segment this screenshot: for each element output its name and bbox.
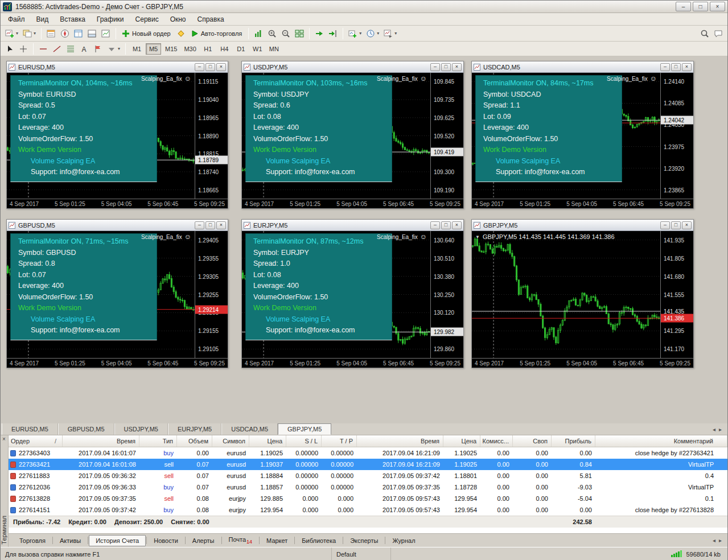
chart-close-button[interactable]: ×	[682, 221, 692, 229]
column-header-swap[interactable]: Своп	[513, 435, 552, 447]
tile-windows-button[interactable]	[293, 27, 306, 40]
chart-restore-button[interactable]: □	[205, 63, 215, 71]
autotrading-button[interactable]: Авто-торговля	[188, 27, 246, 40]
terminal-tab-exposure[interactable]: Активы	[54, 536, 87, 546]
zoom-out-button[interactable]	[279, 27, 293, 40]
scroll-right-icon[interactable]: ▸	[719, 426, 722, 433]
metaeditor-button[interactable]	[174, 27, 188, 40]
terminal-tab-account-history[interactable]: История Счета	[89, 535, 146, 546]
data-window-button[interactable]	[72, 27, 85, 40]
cursor-button[interactable]	[3, 43, 17, 55]
new-order-button[interactable]: Новый ордер	[119, 27, 174, 40]
auto-scroll-button[interactable]	[312, 27, 326, 40]
strategy-tester-button[interactable]	[99, 27, 113, 40]
table-row[interactable]: 2276141512017.09.05 09:37:42buy0.08eurjp…	[9, 504, 727, 516]
status-profile[interactable]: Default	[332, 547, 391, 560]
timeframe-m1[interactable]: M1	[129, 43, 145, 55]
search-button[interactable]	[698, 27, 711, 40]
menu-item-tools[interactable]: Сервис	[130, 14, 164, 25]
table-row[interactable]: 2273634212017.09.04 16:01:08sell0.07euru…	[9, 459, 727, 470]
column-header-time2[interactable]: Время	[357, 435, 443, 447]
chart-titlebar[interactable]: GBPJPY,M5–□×	[472, 220, 693, 231]
chart-minimize-button[interactable]: –	[430, 63, 440, 71]
timeframe-m15[interactable]: M15	[162, 43, 180, 55]
chart-close-button[interactable]: ×	[216, 63, 226, 71]
chart-restore-button[interactable]: □	[441, 221, 451, 229]
table-row[interactable]: 2276138282017.09.05 09:37:35sell0.08eurj…	[9, 493, 727, 504]
column-header-price[interactable]: Цена	[249, 435, 286, 447]
chart-close-button[interactable]: ×	[682, 63, 692, 71]
terminal-tab-market[interactable]: Маркет	[260, 536, 294, 546]
text-button[interactable]: A	[77, 43, 91, 55]
terminal-tab-alerts[interactable]: Алерты	[186, 536, 221, 546]
column-header-order[interactable]: Ордер/	[9, 435, 63, 447]
navigator-button[interactable]	[58, 27, 72, 40]
chart-minimize-button[interactable]: –	[660, 63, 670, 71]
periods-button[interactable]: ▾	[364, 27, 381, 40]
terminal-tab-mailbox[interactable]: Почта14	[223, 534, 259, 546]
chart-minimize-button[interactable]: –	[195, 63, 204, 71]
table-row[interactable]: 2273634032017.09.04 16:01:07buy0.00eurus…	[9, 447, 727, 459]
column-header-commission[interactable]: Комисс...	[480, 435, 513, 447]
timeframe-mn[interactable]: MN	[266, 43, 282, 55]
ea-badge[interactable]: Scalping_Ea_fix☺	[377, 233, 427, 241]
title-bar[interactable]: 1568885: Activtrades-Demo - Демо Счет - …	[1, 1, 727, 13]
menu-item-charts[interactable]: Графики	[91, 14, 130, 25]
column-header-volume[interactable]: Объем	[177, 435, 212, 447]
price-chart[interactable]	[472, 231, 660, 358]
terminal-tab-trade[interactable]: Торговля	[13, 536, 52, 546]
minimize-button[interactable]: –	[676, 2, 691, 11]
menu-item-insert[interactable]: Вставка	[54, 14, 91, 25]
chart-restore-button[interactable]: □	[441, 63, 451, 71]
crosshair-button[interactable]	[17, 43, 30, 55]
chart-titlebar[interactable]: USDJPY,M5–□×	[242, 61, 463, 73]
timeframe-m30[interactable]: M30	[181, 43, 199, 55]
market-watch-button[interactable]	[44, 27, 58, 40]
table-row[interactable]: 2276120362017.09.05 09:36:33buy0.07eurus…	[9, 481, 727, 493]
timeframe-h4[interactable]: H4	[217, 43, 232, 55]
chart-minimize-button[interactable]: –	[660, 221, 670, 229]
chart-tab-gbpusd[interactable]: GBPUSD,M5	[58, 423, 114, 435]
chart-restore-button[interactable]: □	[205, 221, 215, 229]
shapes-button[interactable]: ▾	[105, 43, 122, 55]
ea-badge[interactable]: Scalping_Ea_fix☺	[141, 233, 191, 241]
timeframe-w1[interactable]: W1	[250, 43, 265, 55]
chart-shift-button[interactable]	[326, 27, 340, 40]
chart-tab-gbpjpy[interactable]: GBPJPY,M5	[278, 423, 331, 435]
column-header-time[interactable]: Время	[63, 435, 139, 447]
timeframe-h1[interactable]: H1	[200, 43, 216, 55]
column-header-price2[interactable]: Цена	[443, 435, 480, 447]
hline-button[interactable]	[36, 43, 50, 55]
indicators-list-button[interactable]: ▾	[346, 27, 364, 40]
scroll-right-icon[interactable]: ▸	[719, 537, 722, 543]
column-header-profit[interactable]: Прибыль	[552, 435, 595, 447]
indicators-button[interactable]	[252, 27, 265, 40]
chart-titlebar[interactable]: EURUSD,M5–□×	[7, 61, 228, 73]
templates-button[interactable]: ▾	[381, 27, 399, 40]
chart-close-button[interactable]: ×	[452, 63, 462, 71]
chart-tab-eurusd[interactable]: EURUSD,M5	[2, 423, 58, 435]
terminal-tab-experts[interactable]: Эксперты	[344, 536, 384, 546]
timeframe-d1[interactable]: D1	[233, 43, 249, 55]
terminal-panel-button[interactable]	[85, 27, 99, 40]
restore-button[interactable]: □	[693, 2, 708, 11]
chart-close-button[interactable]: ×	[452, 221, 462, 229]
ea-badge[interactable]: Scalping_Ea_fix☺	[607, 75, 657, 83]
chart-restore-button[interactable]: □	[671, 221, 681, 229]
trendline-button[interactable]	[50, 43, 64, 55]
column-header-sl[interactable]: S / L	[286, 435, 322, 447]
chart-minimize-button[interactable]: –	[195, 221, 204, 229]
column-header-type[interactable]: Тип	[139, 435, 177, 447]
label-button[interactable]	[91, 43, 105, 55]
collapse-arrow-icon[interactable]: ▼	[475, 234, 480, 240]
column-header-tp[interactable]: T / P	[322, 435, 357, 447]
chat-button[interactable]	[711, 27, 725, 40]
table-row[interactable]: 2276118832017.09.05 09:36:32sell0.07euru…	[9, 470, 727, 481]
scroll-left-icon[interactable]: ◂	[713, 426, 715, 433]
close-button[interactable]: ×	[710, 2, 725, 11]
fibonacci-button[interactable]	[64, 43, 77, 55]
terminal-tab-news[interactable]: Новости	[147, 536, 184, 546]
menu-item-file[interactable]: Файл	[2, 14, 31, 25]
chart-tab-eurjpy[interactable]: EURJPY,M5	[168, 423, 221, 435]
chart-close-button[interactable]: ×	[216, 221, 226, 229]
